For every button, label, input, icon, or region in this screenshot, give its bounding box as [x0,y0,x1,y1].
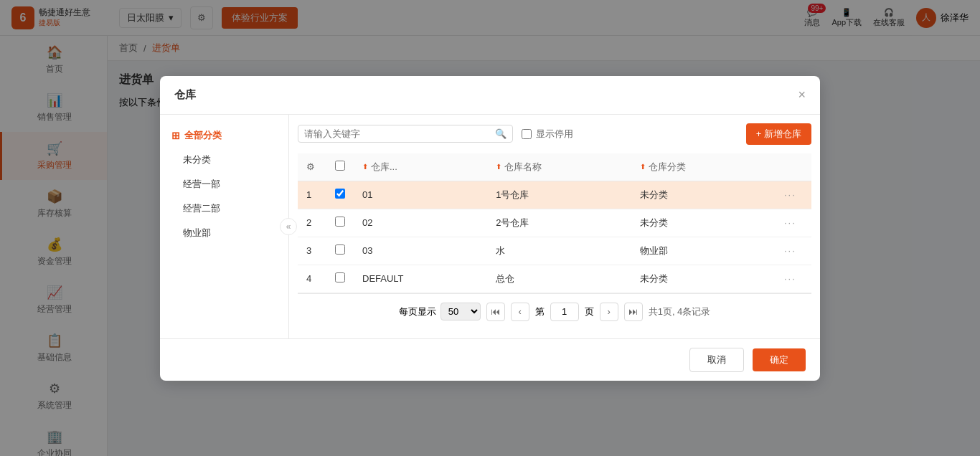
row-code: DEFAULT [354,265,487,293]
modal-header: 仓库 × [160,76,820,115]
col-cat-sort-icon[interactable]: ⬆ [640,163,646,171]
category-item-dept1[interactable]: 经营一部 [160,172,288,196]
warehouse-table: ⚙ ⬆ 仓库... [298,153,811,293]
table-row[interactable]: 3 03 水 物业部 ··· [298,237,811,265]
category-item-property[interactable]: 物业部 [160,221,288,245]
row-checkbox[interactable] [335,217,345,227]
toolbar: 🔍 显示停用 + 新增仓库 [298,123,811,145]
row-index: 3 [298,237,326,265]
row-code: 03 [354,237,487,265]
cancel-button[interactable]: 取消 [689,348,744,372]
warehouse-modal: 仓库 × ⊞ 全部分类 未分类 经营一部 经营二部 物业部 « [160,76,820,381]
row-checkbox-cell[interactable] [326,265,354,293]
page-size-selector: 每页显示 50 100 200 [399,303,481,320]
next-page-button[interactable]: › [600,303,618,321]
first-page-button[interactable]: ⏮ [486,303,505,321]
total-info: 共1页, 4条记录 [649,305,711,318]
row-name: 1号仓库 [487,181,631,209]
prev-page-button[interactable]: ‹ [511,303,529,321]
per-page-select[interactable]: 50 100 200 [440,303,481,320]
page-label: 第 [535,305,545,318]
row-category: 物业部 [631,237,776,265]
row-category: 未分类 [631,181,776,209]
category-item-dept2[interactable]: 经营二部 [160,196,288,221]
col-code: ⬆ 仓库... [354,153,487,181]
category-item-uncategorized[interactable]: 未分类 [160,148,288,172]
row-checkbox-cell[interactable] [326,237,354,265]
row-name: 2号仓库 [487,209,631,237]
show-disabled-text: 显示停用 [536,128,573,141]
col-actions [776,153,811,181]
col-settings: ⚙ [298,153,326,181]
table-row[interactable]: 1 01 1号仓库 未分类 ··· [298,181,811,209]
category-all-label: 全部分类 [184,129,222,142]
row-more[interactable]: ··· [776,237,811,265]
row-more[interactable]: ··· [776,209,811,237]
row-category: 未分类 [631,209,776,237]
col-checkbox [326,153,354,181]
col-name: ⬆ 仓库名称 [487,153,631,181]
table-row[interactable]: 4 DEFAULT 总仓 未分类 ··· [298,265,811,293]
row-index: 2 [298,209,326,237]
row-name: 总仓 [487,265,631,293]
pagination: 每页显示 50 100 200 ⏮ ‹ 第 页 › ⏭ 共1页, 4条记录 [298,293,811,330]
collapse-panel-button[interactable]: « [280,218,297,235]
row-checkbox[interactable] [335,244,345,255]
grid-icon: ⊞ [171,130,180,141]
more-actions-icon[interactable]: ··· [784,273,796,284]
col-name-sort-icon[interactable]: ⬆ [496,163,501,171]
row-code: 01 [354,181,487,209]
row-checkbox[interactable] [335,189,345,199]
category-panel: ⊞ 全部分类 未分类 经营一部 经营二部 物业部 « [160,115,289,338]
select-all-checkbox[interactable] [335,161,345,171]
last-page-button[interactable]: ⏭ [624,303,643,321]
table-row[interactable]: 2 02 2号仓库 未分类 ··· [298,209,811,237]
row-more[interactable]: ··· [776,265,811,293]
row-index: 4 [298,265,326,293]
confirm-button[interactable]: 确定 [753,348,806,371]
add-warehouse-button[interactable]: + 新增仓库 [746,123,811,145]
show-disabled-checkbox[interactable] [522,129,532,139]
row-checkbox-cell[interactable] [326,181,354,209]
more-actions-icon[interactable]: ··· [784,217,796,228]
more-actions-icon[interactable]: ··· [784,189,796,200]
show-disabled-label[interactable]: 显示停用 [522,128,573,141]
row-index: 1 [298,181,326,209]
search-icon[interactable]: 🔍 [495,128,507,139]
page-input[interactable] [550,303,579,321]
page-suffix: 页 [585,305,594,318]
row-checkbox-cell[interactable] [326,209,354,237]
row-checkbox[interactable] [335,272,345,282]
modal-overlay: 仓库 × ⊞ 全部分类 未分类 经营一部 经营二部 物业部 « [0,0,980,456]
modal-body: ⊞ 全部分类 未分类 经营一部 经营二部 物业部 « 🔍 [160,115,820,338]
modal-close-button[interactable]: × [798,87,806,103]
modal-footer: 取消 确定 [160,338,820,381]
table-settings-icon[interactable]: ⚙ [306,161,315,172]
warehouse-panel: 🔍 显示停用 + 新增仓库 ⚙ [289,115,820,338]
modal-title: 仓库 [174,88,196,102]
more-actions-icon[interactable]: ··· [784,245,796,256]
col-code-sort-icon[interactable]: ⬆ [362,163,368,171]
category-all-header[interactable]: ⊞ 全部分类 [160,123,288,148]
row-name: 水 [487,237,631,265]
col-category: ⬆ 仓库分类 [631,153,776,181]
row-category: 未分类 [631,265,776,293]
row-more[interactable]: ··· [776,181,811,209]
search-box[interactable]: 🔍 [298,125,513,143]
per-page-label: 每页显示 [399,305,436,318]
row-code: 02 [354,209,487,237]
search-input[interactable] [304,128,495,139]
